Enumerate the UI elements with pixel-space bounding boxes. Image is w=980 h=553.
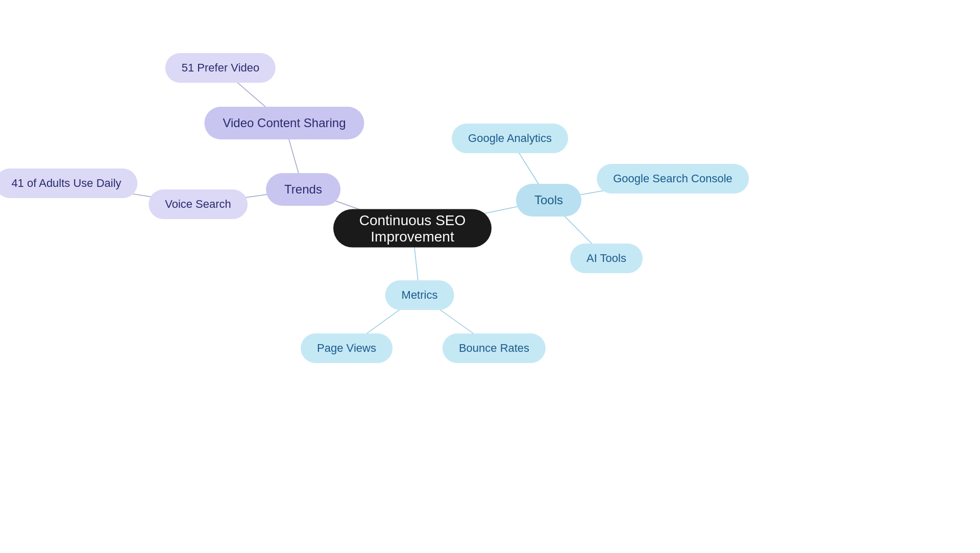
center-node[interactable]: Continuous SEO Improvement	[333, 209, 492, 248]
ai-tools-node[interactable]: AI Tools	[570, 244, 643, 273]
page-views-node[interactable]: Page Views	[301, 333, 393, 363]
metrics-node[interactable]: Metrics	[385, 280, 454, 310]
video-content-sharing-node[interactable]: Video Content Sharing	[204, 107, 364, 139]
adults-use-daily-label: 41 of Adults Use Daily	[11, 177, 121, 190]
voice-search-node[interactable]: Voice Search	[149, 189, 248, 219]
tools-node[interactable]: Tools	[516, 184, 581, 217]
metrics-label: Metrics	[402, 288, 438, 302]
center-node-label: Continuous SEO Improvement	[358, 212, 467, 245]
trends-label: Trends	[284, 182, 322, 197]
page-views-label: Page Views	[317, 342, 376, 355]
tools-label: Tools	[534, 193, 563, 207]
adults-use-daily-node[interactable]: 41 of Adults Use Daily	[0, 169, 138, 198]
bounce-rates-label: Bounce Rates	[459, 342, 529, 355]
prefer-video-label: 51 Prefer Video	[182, 61, 259, 75]
google-search-console-node[interactable]: Google Search Console	[597, 164, 749, 194]
bounce-rates-node[interactable]: Bounce Rates	[443, 333, 546, 363]
google-analytics-label: Google Analytics	[468, 132, 552, 145]
trends-node[interactable]: Trends	[266, 173, 340, 206]
voice-search-label: Voice Search	[165, 198, 231, 211]
google-search-console-label: Google Search Console	[613, 172, 732, 185]
google-analytics-node[interactable]: Google Analytics	[452, 124, 568, 153]
prefer-video-node[interactable]: 51 Prefer Video	[165, 53, 276, 83]
ai-tools-label: AI Tools	[586, 252, 626, 265]
video-content-sharing-label: Video Content Sharing	[223, 116, 346, 130]
